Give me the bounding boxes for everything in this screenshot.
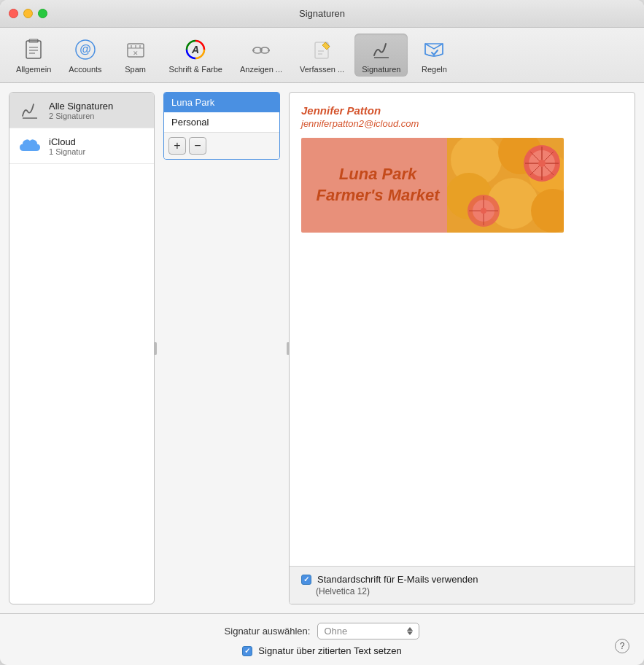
svg-point-40 (538, 160, 546, 167)
banner-right (447, 138, 564, 233)
svg-rect-0 (26, 41, 41, 58)
close-button[interactable] (9, 9, 18, 18)
quote-checkbox-row: ✓ Signatur über zitierten Text setzen (15, 645, 629, 656)
sig-select-control[interactable]: Ohne (317, 623, 419, 639)
regeln-label: Regeln (422, 65, 447, 74)
maximize-button[interactable] (38, 9, 47, 18)
signatures-panel: Luna Park Personal + − (163, 92, 280, 160)
signature-banner: Luna Park Farmer's Market (301, 138, 564, 233)
spam-label: Spam (125, 65, 146, 74)
scroll-indicator-right (287, 342, 290, 355)
toolbar: Allgemein @ Accounts ✕ (0, 28, 644, 83)
icloud-account-info: iCloud 1 Signatur (49, 136, 85, 156)
bottom-bar: Signatur auswählen: Ohne ✓ Signatur über… (0, 613, 644, 665)
sig-item-lunapark[interactable]: Luna Park (164, 93, 279, 112)
signatures-list: Luna Park Personal (164, 93, 279, 132)
toolbar-item-schrift[interactable]: A Schrift & Farbe (162, 34, 230, 77)
font-sub-label: (Helvetica 12) (316, 586, 623, 596)
sig-select-label: Signatur auswählen: (225, 626, 311, 637)
sig-panel-buttons: + − (164, 132, 279, 159)
standard-font-checkbox[interactable]: ✓ (301, 575, 311, 585)
standard-font-row: ✓ Standardschrift für E-Mails verwenden (301, 574, 623, 585)
toolbar-item-verfassen[interactable]: Verfassen ... (292, 34, 352, 77)
icloud-account-sub: 1 Signatur (49, 147, 85, 156)
panels-area: Alle Signaturen 2 Signaturen iCloud 1 Si… (0, 83, 644, 613)
quote-checkbox[interactable]: ✓ (242, 646, 252, 656)
main-content: Alle Signaturen 2 Signaturen iCloud 1 Si… (0, 83, 644, 665)
titlebar: Signaturen (0, 0, 644, 28)
sig-select-value: Ohne (324, 626, 403, 637)
traffic-lights (9, 9, 47, 18)
alle-account-info: Alle Signaturen 2 Signaturen (49, 101, 113, 120)
quote-checkbox-label: Signatur über zitierten Text setzen (258, 645, 401, 656)
anzeigen-icon (248, 36, 274, 63)
svg-point-45 (481, 208, 486, 214)
allgemein-label: Allgemein (16, 65, 51, 74)
add-signature-button[interactable]: + (168, 137, 186, 155)
window-title: Signaturen (299, 8, 345, 19)
minimize-button[interactable] (23, 9, 33, 18)
toolbar-item-allgemein[interactable]: Allgemein (9, 34, 58, 77)
schrift-label: Schrift & Farbe (169, 65, 222, 74)
allgemein-icon (20, 36, 47, 63)
standard-font-label: Standardschrift für E-Mails verwenden (317, 574, 478, 585)
verfassen-label: Verfassen ... (300, 65, 344, 74)
verfassen-icon (309, 36, 335, 63)
remove-signature-button[interactable]: − (189, 137, 206, 155)
sig-select-row: Signatur auswählen: Ohne (15, 623, 629, 639)
anzeigen-label: Anzeigen ... (240, 65, 282, 74)
preview-content: Jennifer Patton jenniferpatton2@icloud.c… (290, 93, 635, 566)
banner-left: Luna Park Farmer's Market (301, 138, 454, 233)
checkbox-check: ✓ (303, 576, 309, 583)
banner-text: Luna Park Farmer's Market (316, 164, 439, 206)
toolbar-item-spam[interactable]: ✕ Spam (112, 34, 159, 77)
svg-text:A: A (191, 44, 199, 55)
preview-panel: Jennifer Patton jenniferpatton2@icloud.c… (289, 92, 635, 604)
schrift-icon: A (182, 36, 209, 63)
toolbar-item-regeln[interactable]: Regeln (411, 34, 457, 77)
accounts-panel: Alle Signaturen 2 Signaturen iCloud 1 Si… (9, 92, 155, 604)
preview-email: jenniferpatton2@icloud.com (301, 118, 623, 129)
signaturen-icon (368, 36, 395, 63)
toolbar-item-signaturen[interactable]: Signaturen (354, 34, 408, 77)
svg-text:✕: ✕ (133, 50, 139, 57)
alle-account-name: Alle Signaturen (49, 101, 113, 112)
arrow-up-icon (407, 627, 413, 631)
account-item-alle[interactable]: Alle Signaturen 2 Signaturen (9, 93, 154, 128)
icloud-account-name: iCloud (49, 136, 85, 147)
toolbar-item-accounts[interactable]: @ Accounts (61, 34, 109, 77)
alle-signaturen-icon (18, 98, 42, 122)
accounts-icon: @ (72, 36, 98, 63)
preview-name: Jennifer Patton (301, 104, 623, 117)
options-area: ✓ Standardschrift für E-Mails verwenden … (290, 566, 635, 604)
spam-icon: ✕ (123, 36, 149, 63)
window: Signaturen Allgemein @ (0, 0, 644, 665)
arrow-down-icon (407, 631, 413, 635)
icloud-icon (18, 134, 42, 158)
alle-account-sub: 2 Signaturen (49, 112, 113, 120)
svg-text:@: @ (79, 43, 91, 55)
sig-panel-wrapper: Luna Park Personal + − (158, 92, 286, 604)
toolbar-item-anzeigen[interactable]: Anzeigen ... (233, 34, 290, 77)
select-arrows (407, 627, 413, 635)
help-button[interactable]: ? (615, 639, 629, 653)
account-item-icloud[interactable]: iCloud 1 Signatur (9, 128, 154, 164)
sig-item-personal[interactable]: Personal (164, 112, 279, 132)
scroll-indicator-left (154, 342, 157, 355)
accounts-label: Accounts (69, 65, 101, 74)
regeln-icon (421, 36, 447, 63)
quote-check: ✓ (244, 648, 250, 655)
signaturen-label: Signaturen (362, 65, 400, 74)
